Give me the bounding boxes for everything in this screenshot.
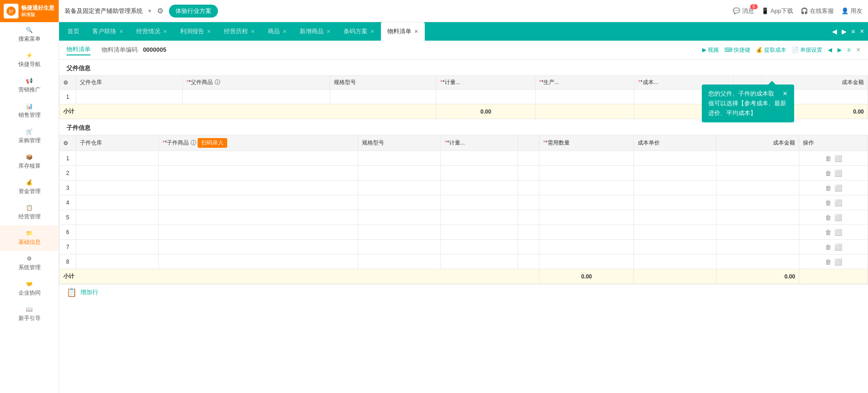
child-row-warehouse[interactable] xyxy=(76,210,159,225)
nav-close-icon[interactable]: ✕ xyxy=(858,27,866,36)
app-download-button[interactable]: 📱 App下载 xyxy=(761,7,793,15)
video-button[interactable]: ▶ 视频 xyxy=(702,46,719,54)
child-row-extra[interactable] xyxy=(518,151,539,166)
child-row-needed-qty[interactable] xyxy=(539,151,634,166)
close-history-tab-icon[interactable]: ✕ xyxy=(251,29,255,35)
child-row-product[interactable] xyxy=(159,254,358,269)
sidebar-item-quick-nav[interactable]: ⚡ 快捷导航 xyxy=(0,48,59,73)
child-row-qty[interactable] xyxy=(441,225,518,240)
tab-bom[interactable]: 物料清单 ✕ xyxy=(381,22,425,41)
child-row-product[interactable] xyxy=(159,181,358,195)
child-row-needed-qty[interactable] xyxy=(539,166,634,181)
add-row-label[interactable]: 增加行 xyxy=(80,288,98,296)
nav-menu-icon[interactable]: ≡ xyxy=(850,27,857,36)
copy-row-icon[interactable]: ⬜ xyxy=(834,169,842,177)
close-profit-tab-icon[interactable]: ✕ xyxy=(207,29,211,35)
child-row-spec[interactable] xyxy=(358,151,441,166)
sidebar-item-system[interactable]: ⚙ 系统管理 xyxy=(0,251,59,276)
parent-row-product[interactable] xyxy=(182,90,330,104)
close-customer-tab-icon[interactable]: ✕ xyxy=(119,29,123,35)
child-row-product[interactable] xyxy=(159,151,358,166)
tab-customer[interactable]: 客户联络 ✕ xyxy=(86,22,130,41)
copy-row-icon[interactable]: ⬜ xyxy=(834,199,842,206)
tab-operations[interactable]: 经营情况 ✕ xyxy=(130,22,174,41)
child-row-extra[interactable] xyxy=(518,195,539,210)
add-row-icon[interactable]: 📋 xyxy=(66,287,77,297)
child-row-spec[interactable] xyxy=(358,225,441,240)
sub-tab-bom[interactable]: 物料清单 xyxy=(66,44,90,55)
message-button[interactable]: 💬 消息 6 xyxy=(733,7,754,15)
child-row-extra[interactable] xyxy=(518,166,539,181)
child-row-warehouse[interactable] xyxy=(76,254,159,269)
topbar-dropdown-icon[interactable]: ▾ xyxy=(148,7,151,14)
delete-row-icon[interactable]: 🗑 xyxy=(825,155,832,162)
child-row-spec[interactable] xyxy=(358,195,441,210)
sidebar-item-marketing[interactable]: 📢 营销推广 xyxy=(0,73,59,98)
sidebar-item-cooperation[interactable]: 🤝 企业协同 xyxy=(0,276,59,302)
parent-row-production[interactable] xyxy=(535,90,634,104)
child-row-needed-qty[interactable] xyxy=(539,195,634,210)
child-row-unit-cost[interactable] xyxy=(634,151,717,166)
child-row-spec[interactable] xyxy=(358,210,441,225)
sidebar-item-purchase[interactable]: 🛒 采购管理 xyxy=(0,124,59,149)
sidebar-item-basic-info[interactable]: 📁 基础信息 xyxy=(0,225,59,251)
child-row-needed-qty[interactable] xyxy=(539,210,634,225)
copy-row-icon[interactable]: ⬜ xyxy=(834,155,842,162)
close-bom-tab-icon[interactable]: ✕ xyxy=(414,29,418,35)
delete-row-icon[interactable]: 🗑 xyxy=(825,169,832,177)
child-row-unit-cost[interactable] xyxy=(634,181,717,195)
nav-back-icon[interactable]: ◀ xyxy=(828,47,832,53)
child-row-unit-cost[interactable] xyxy=(634,225,717,240)
tab-new-product[interactable]: 新增商品 ✕ xyxy=(293,22,337,41)
copy-row-icon[interactable]: ⬜ xyxy=(834,258,842,266)
tooltip-close-button[interactable]: ✕ xyxy=(783,89,788,99)
child-th-settings[interactable]: ⚙ xyxy=(60,135,76,151)
close-new-product-tab-icon[interactable]: ✕ xyxy=(326,29,331,35)
tab-home[interactable]: 首页 xyxy=(61,22,86,41)
close-operations-tab-icon[interactable]: ✕ xyxy=(163,29,167,35)
child-row-qty[interactable] xyxy=(441,195,518,210)
delete-row-icon[interactable]: 🗑 xyxy=(825,243,832,251)
child-row-unit-cost[interactable] xyxy=(634,240,717,254)
child-row-needed-qty[interactable] xyxy=(539,225,634,240)
child-row-extra[interactable] xyxy=(518,254,539,269)
child-row-spec[interactable] xyxy=(358,166,441,181)
parent-th-settings[interactable]: ⚙ xyxy=(60,76,76,90)
nav-close-content-icon[interactable]: ✕ xyxy=(856,47,861,53)
copy-row-icon[interactable]: ⬜ xyxy=(834,184,842,192)
child-row-qty[interactable] xyxy=(441,151,518,166)
sidebar-item-operations[interactable]: 📋 经营管理 xyxy=(0,200,59,225)
sidebar-item-sales[interactable]: 📊 销售管理 xyxy=(0,98,59,124)
settings-button[interactable]: ⚙ xyxy=(157,6,163,15)
child-row-qty[interactable] xyxy=(441,254,518,269)
shortcut-button[interactable]: ⌨ 快捷键 xyxy=(724,46,750,54)
nav-forward-icon[interactable]: ▶ xyxy=(838,47,842,53)
scan-input-button[interactable]: 扫码录入 xyxy=(198,138,227,148)
nav-prev-icon[interactable]: ◀ xyxy=(830,27,839,36)
online-service-button[interactable]: 🎧 在线客服 xyxy=(801,7,834,15)
sidebar-item-finance[interactable]: 💰 资金管理 xyxy=(0,175,59,200)
delete-row-icon[interactable]: 🗑 xyxy=(825,258,832,266)
child-row-warehouse[interactable] xyxy=(76,240,159,254)
child-row-product[interactable] xyxy=(159,195,358,210)
copy-row-icon[interactable]: ⬜ xyxy=(834,229,842,236)
delete-row-icon[interactable]: 🗑 xyxy=(825,199,832,206)
copy-row-icon[interactable]: ⬜ xyxy=(834,214,842,221)
user-menu[interactable]: 👤 用友 xyxy=(841,7,862,15)
tab-products[interactable]: 商品 ✕ xyxy=(261,22,293,41)
child-row-warehouse[interactable] xyxy=(76,195,159,210)
child-row-extra[interactable] xyxy=(518,210,539,225)
child-row-unit-cost[interactable] xyxy=(634,195,717,210)
tab-history[interactable]: 经营历程 ✕ xyxy=(217,22,261,41)
sidebar-item-search[interactable]: 🔍 搜索菜单 xyxy=(0,22,59,48)
child-row-extra[interactable] xyxy=(518,181,539,195)
child-row-warehouse[interactable] xyxy=(76,225,159,240)
delete-row-icon[interactable]: 🗑 xyxy=(825,184,832,192)
close-products-tab-icon[interactable]: ✕ xyxy=(283,29,287,35)
tab-profit[interactable]: 利润报告 ✕ xyxy=(174,22,217,41)
child-row-unit-cost[interactable] xyxy=(634,166,717,181)
delete-row-icon[interactable]: 🗑 xyxy=(825,214,832,221)
child-row-product[interactable] xyxy=(159,210,358,225)
child-row-spec[interactable] xyxy=(358,240,441,254)
parent-row-warehouse[interactable] xyxy=(76,90,183,104)
